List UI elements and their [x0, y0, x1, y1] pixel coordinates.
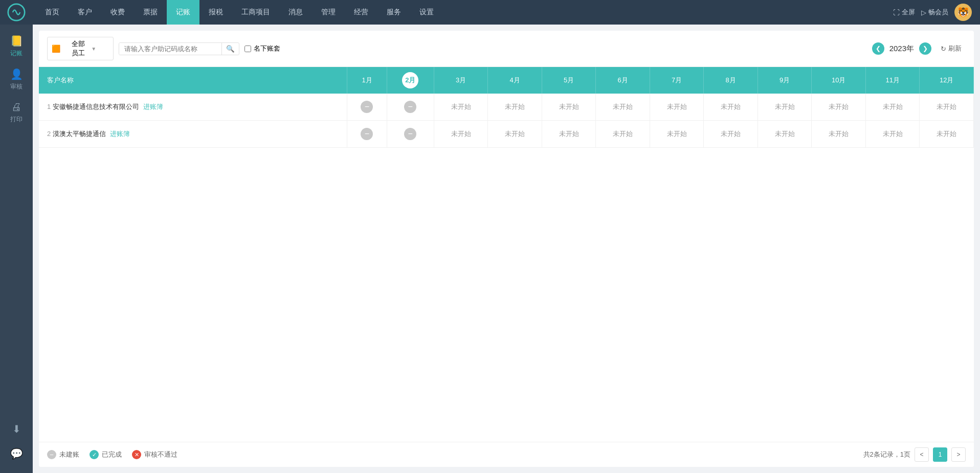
audit-icon: 👤: [10, 68, 23, 80]
logo: [0, 0, 33, 25]
search-button[interactable]: 🔍: [221, 43, 239, 55]
legend-completed-label: 已完成: [102, 450, 122, 459]
nav-invoice[interactable]: 票据: [134, 0, 167, 25]
month-cell-1-6[interactable]: 未开始: [650, 121, 704, 148]
nav-fee[interactable]: 收费: [101, 0, 134, 25]
refresh-button[interactable]: ↻ 刷新: [937, 42, 966, 55]
month-cell-0-4[interactable]: 未开始: [542, 94, 596, 121]
month-cell-0-2[interactable]: 未开始: [434, 94, 488, 121]
next-year-button[interactable]: ❯: [919, 42, 931, 55]
sidebar-item-audit-label: 审核: [10, 82, 23, 91]
status-not-started: 未开始: [667, 103, 687, 110]
month-cell-1-10[interactable]: 未开始: [865, 121, 920, 148]
sidebar-item-download[interactable]: ⬇: [10, 418, 23, 440]
status-not-started: 未开始: [829, 130, 849, 138]
pagination-info: 共2条记录，1页: [863, 450, 910, 459]
row-num: 2: [47, 130, 51, 138]
sidebar-item-bookkeeping[interactable]: 📒 记账: [0, 30, 33, 63]
search-box: 🔍: [119, 42, 239, 55]
enter-ledger-link[interactable]: 进账簿: [143, 103, 163, 110]
client-name-cell: 1安徽畅捷通信息技术有限公司进账簿: [39, 94, 347, 121]
nav-client[interactable]: 客户: [69, 0, 101, 25]
col-jan: 1月: [347, 67, 387, 94]
month-cell-1-4[interactable]: 未开始: [542, 121, 596, 148]
status-not-started: 未开始: [451, 130, 471, 138]
status-not-started: 未开始: [775, 103, 795, 110]
table-header-row: 客户名称 1月 2月 3月 4月 5月 6月 7月 8月 9月 10月 11月: [39, 67, 974, 94]
prev-page-button[interactable]: <: [915, 447, 929, 462]
status-not-started: 未开始: [505, 130, 525, 138]
fullscreen-btn[interactable]: ⛶ 全屏: [893, 8, 915, 17]
pagination: 共2条记录，1页 < 1 >: [863, 447, 966, 462]
col-jul: 7月: [650, 67, 704, 94]
status-not-started: 未开始: [937, 103, 956, 110]
sidebar-item-audit[interactable]: 👤 审核: [0, 63, 33, 96]
employee-select[interactable]: 🟧 全部员工 ▼: [47, 37, 114, 60]
nav-manage[interactable]: 管理: [312, 0, 345, 25]
nav-business[interactable]: 工商项目: [232, 0, 279, 25]
bookkeeping-icon: 📒: [10, 35, 23, 47]
main-layout: 📒 记账 👤 审核 🖨 打印 ⬇ 💬 🟧 全部员工 ▼: [0, 25, 980, 473]
col-mar: 3月: [434, 67, 488, 94]
month-cell-1-8[interactable]: 未开始: [758, 121, 812, 148]
print-icon: 🖨: [11, 101, 21, 113]
avatar[interactable]: 🐯: [954, 4, 972, 21]
legend-rejected: ✕ 审核不通过: [132, 450, 177, 459]
month-cell-1-0[interactable]: −: [347, 121, 387, 148]
status-minus-icon: −: [361, 101, 373, 113]
month-cell-1-1[interactable]: −: [387, 121, 434, 148]
nav-operation[interactable]: 经营: [345, 0, 377, 25]
myaccounts-checkbox[interactable]: [244, 46, 251, 52]
month-cell-0-10[interactable]: 未开始: [865, 94, 920, 121]
nav-bookkeeping[interactable]: 记账: [167, 0, 199, 25]
refresh-icon: ↻: [941, 45, 946, 53]
nav-home[interactable]: 首页: [36, 0, 69, 25]
status-minus-icon: −: [404, 101, 416, 113]
next-page-button[interactable]: >: [951, 447, 966, 462]
row-num: 1: [47, 103, 51, 110]
month-cell-1-3[interactable]: 未开始: [488, 121, 542, 148]
legend-check-icon: ✓: [90, 450, 99, 459]
col-feb: 2月: [387, 67, 434, 94]
chat-icon: 💬: [10, 447, 23, 460]
month-cell-0-11[interactable]: 未开始: [920, 94, 974, 121]
refresh-label: 刷新: [948, 44, 962, 53]
month-cell-0-0[interactable]: −: [347, 94, 387, 121]
prev-year-button[interactable]: ❮: [872, 42, 884, 55]
month-cell-0-8[interactable]: 未开始: [758, 94, 812, 121]
month-cell-1-7[interactable]: 未开始: [704, 121, 758, 148]
legend-minus-icon: −: [47, 450, 56, 459]
fullscreen-icon: ⛶: [893, 9, 900, 16]
nav-right: ⛶ 全屏 ▷ 畅会员 🐯: [893, 4, 972, 21]
checkbox-wrap[interactable]: 名下账套: [244, 44, 280, 53]
month-cell-1-5[interactable]: 未开始: [596, 121, 650, 148]
month-cell-0-9[interactable]: 未开始: [812, 94, 866, 121]
year-text: 2023年: [889, 44, 914, 54]
nav-message[interactable]: 消息: [279, 0, 312, 25]
month-cell-1-9[interactable]: 未开始: [812, 121, 866, 148]
month-cell-1-11[interactable]: 未开始: [920, 121, 974, 148]
status-not-started: 未开始: [721, 103, 741, 110]
month-cell-0-3[interactable]: 未开始: [488, 94, 542, 121]
month-cell-1-2[interactable]: 未开始: [434, 121, 488, 148]
content-area: 🟧 全部员工 ▼ 🔍 名下账套 ❮ 2023年 ❯ ↻ 刷新: [39, 31, 974, 467]
page-1-button[interactable]: 1: [933, 447, 947, 462]
enter-ledger-link[interactable]: 进账簿: [110, 130, 130, 138]
status-not-started: 未开始: [505, 103, 525, 110]
sidebar-item-print[interactable]: 🖨 打印: [0, 96, 33, 129]
nav-settings[interactable]: 设置: [410, 0, 443, 25]
month-cell-0-5[interactable]: 未开始: [596, 94, 650, 121]
nav-service[interactable]: 服务: [377, 0, 410, 25]
member-btn[interactable]: ▷ 畅会员: [921, 8, 948, 17]
legend-not-created: − 未建账: [47, 450, 79, 459]
nav-tax[interactable]: 报税: [199, 0, 232, 25]
sidebar-item-chat[interactable]: 💬: [10, 442, 23, 465]
year-nav: ❮ 2023年 ❯: [872, 42, 931, 55]
col-dec: 12月: [920, 67, 974, 94]
legend-completed: ✓ 已完成: [90, 450, 122, 459]
search-input[interactable]: [119, 43, 221, 55]
month-cell-0-1[interactable]: −: [387, 94, 434, 121]
month-cell-0-7[interactable]: 未开始: [704, 94, 758, 121]
col-apr: 4月: [488, 67, 542, 94]
month-cell-0-6[interactable]: 未开始: [650, 94, 704, 121]
